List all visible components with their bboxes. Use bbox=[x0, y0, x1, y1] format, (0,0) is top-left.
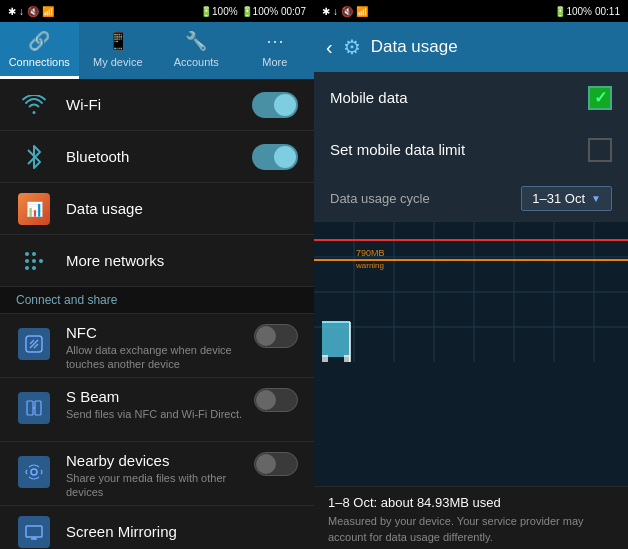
wifi-toggle[interactable] bbox=[252, 92, 298, 118]
svg-text:warning: warning bbox=[355, 261, 384, 270]
svg-rect-30 bbox=[344, 355, 350, 362]
bluetooth-icon bbox=[16, 139, 52, 175]
chart-area: 790MB warning bbox=[314, 222, 628, 486]
svg-point-2 bbox=[39, 259, 43, 263]
datausage-icon: 📊 bbox=[16, 191, 52, 227]
morenetworks-label: More networks bbox=[66, 252, 298, 269]
set-limit-label: Set mobile data limit bbox=[330, 141, 588, 158]
svg-rect-9 bbox=[35, 401, 41, 415]
nfc-icon bbox=[16, 326, 52, 362]
time-left: 🔋100% 00:07 bbox=[241, 6, 306, 17]
chart-info-main: 1–8 Oct: about 84.93MB used bbox=[328, 495, 614, 510]
right-status-left: 🔋100% 🔋100% 00:07 bbox=[200, 6, 306, 17]
menu-item-sbeam[interactable]: S Beam Send files via NFC and Wi-Fi Dire… bbox=[0, 378, 314, 442]
nearby-icon bbox=[16, 454, 52, 490]
wifi-icon bbox=[16, 87, 52, 123]
download-icon: ↓ bbox=[19, 6, 24, 17]
menu-item-screenmirroring[interactable]: Screen Mirroring bbox=[0, 506, 314, 549]
right-status-icons-right: 🔋100% 00:11 bbox=[554, 6, 620, 17]
screenmirroring-label: Screen Mirroring bbox=[66, 523, 298, 540]
data-chart: 790MB warning bbox=[314, 222, 628, 362]
set-limit-row[interactable]: Set mobile data limit bbox=[314, 124, 628, 176]
left-status-icons: ✱ ↓ 🔇 📶 bbox=[8, 6, 54, 17]
screenmirroring-icon bbox=[16, 514, 52, 550]
mute-right-icon: 🔇 bbox=[341, 6, 353, 17]
set-limit-checkbox[interactable] bbox=[588, 138, 612, 162]
cycle-value: 1–31 Oct bbox=[532, 191, 585, 206]
connections-icon: 🔗 bbox=[28, 30, 50, 52]
status-bar-left: ✱ ↓ 🔇 📶 🔋100% 🔋100% 00:07 bbox=[0, 0, 314, 22]
morenetworks-icon bbox=[16, 243, 52, 279]
svg-text:790MB: 790MB bbox=[356, 248, 385, 258]
checkmark-icon: ✓ bbox=[594, 88, 607, 107]
bluetooth-status-icon: ✱ bbox=[8, 6, 16, 17]
chart-info-sub: Measured by your device. Your service pr… bbox=[328, 514, 614, 545]
nearby-title: Nearby devices bbox=[66, 452, 254, 469]
svg-point-6 bbox=[32, 266, 36, 270]
tab-bar: 🔗 Connections 📱 My device 🔧 Accounts ⋯ M… bbox=[0, 22, 314, 79]
bluetooth-toggle[interactable] bbox=[252, 144, 298, 170]
signal-right-icon: 📶 bbox=[356, 6, 368, 17]
menu-item-bluetooth[interactable]: Bluetooth bbox=[0, 131, 314, 183]
wifi-label: Wi-Fi bbox=[66, 96, 252, 113]
tab-connections[interactable]: 🔗 Connections bbox=[0, 22, 79, 79]
svg-point-3 bbox=[25, 252, 29, 256]
nfc-title: NFC bbox=[66, 324, 254, 341]
svg-point-4 bbox=[32, 252, 36, 256]
mydevice-icon: 📱 bbox=[107, 30, 129, 52]
menu-list: Wi-Fi Bluetooth 📊 Data usage bbox=[0, 79, 314, 549]
mobile-data-row[interactable]: Mobile data ✓ bbox=[314, 72, 628, 124]
tab-accounts-label: Accounts bbox=[174, 56, 219, 68]
menu-item-datausage[interactable]: 📊 Data usage bbox=[0, 183, 314, 235]
datausage-label: Data usage bbox=[66, 200, 298, 217]
bluetooth-label: Bluetooth bbox=[66, 148, 252, 165]
sbeam-icon bbox=[16, 390, 52, 426]
mobile-data-checkbox[interactable]: ✓ bbox=[588, 86, 612, 110]
tab-connections-label: Connections bbox=[9, 56, 70, 68]
tab-mydevice[interactable]: 📱 My device bbox=[79, 22, 158, 79]
page-title: Data usage bbox=[371, 37, 458, 57]
nearby-toggle[interactable] bbox=[254, 452, 298, 476]
svg-rect-28 bbox=[322, 321, 350, 323]
dl-right-icon: ↓ bbox=[333, 6, 338, 17]
right-status-icons-left: ✱ ↓ 🔇 📶 bbox=[322, 6, 368, 17]
chevron-down-icon: ▼ bbox=[591, 193, 601, 204]
time-right: 00:11 bbox=[595, 6, 620, 17]
chart-info: 1–8 Oct: about 84.93MB used Measured by … bbox=[314, 486, 628, 549]
right-panel: ✱ ↓ 🔇 📶 🔋100% 00:11 ‹ ⚙ Data usage Mobil… bbox=[314, 0, 628, 549]
status-bar-right: ✱ ↓ 🔇 📶 🔋100% 00:11 bbox=[314, 0, 628, 22]
nfc-sub: Allow data exchange when device touches … bbox=[66, 343, 254, 372]
nearby-sub: Share your media files with other device… bbox=[66, 471, 254, 500]
cycle-value-dropdown[interactable]: 1–31 Oct ▼ bbox=[521, 186, 612, 211]
tab-more[interactable]: ⋯ More bbox=[236, 22, 315, 79]
tab-mydevice-label: My device bbox=[93, 56, 143, 68]
svg-point-5 bbox=[25, 266, 29, 270]
menu-item-wifi[interactable]: Wi-Fi bbox=[0, 79, 314, 131]
battery-icon-left: 🔋100% bbox=[200, 6, 238, 17]
menu-item-morenetworks[interactable]: More networks bbox=[0, 235, 314, 287]
data-cycle-row[interactable]: Data usage cycle 1–31 Oct ▼ bbox=[314, 176, 628, 222]
svg-point-10 bbox=[31, 469, 37, 475]
menu-item-nfc[interactable]: NFC Allow data exchange when device touc… bbox=[0, 314, 314, 378]
svg-point-0 bbox=[25, 259, 29, 263]
nfc-content: NFC Allow data exchange when device touc… bbox=[66, 324, 254, 372]
sbeam-toggle[interactable] bbox=[254, 388, 298, 412]
nearby-content: Nearby devices Share your media files wi… bbox=[66, 452, 254, 500]
datausage-icon-box: 📊 bbox=[18, 193, 50, 225]
left-panel: ✱ ↓ 🔇 📶 🔋100% 🔋100% 00:07 🔗 Connections … bbox=[0, 0, 314, 549]
nfc-toggle[interactable] bbox=[254, 324, 298, 348]
data-usage-header-icon: ⚙ bbox=[343, 35, 361, 59]
svg-rect-11 bbox=[26, 526, 42, 537]
tab-accounts[interactable]: 🔧 Accounts bbox=[157, 22, 236, 79]
page-header: ‹ ⚙ Data usage bbox=[314, 22, 628, 72]
svg-rect-29 bbox=[322, 355, 328, 362]
svg-point-1 bbox=[32, 259, 36, 263]
accounts-icon: 🔧 bbox=[185, 30, 207, 52]
svg-rect-27 bbox=[322, 322, 350, 357]
cycle-label: Data usage cycle bbox=[330, 191, 521, 206]
menu-item-nearby[interactable]: Nearby devices Share your media files wi… bbox=[0, 442, 314, 506]
sbeam-title: S Beam bbox=[66, 388, 254, 405]
more-icon: ⋯ bbox=[266, 30, 284, 52]
bt-right-icon: ✱ bbox=[322, 6, 330, 17]
back-button[interactable]: ‹ bbox=[326, 36, 333, 59]
